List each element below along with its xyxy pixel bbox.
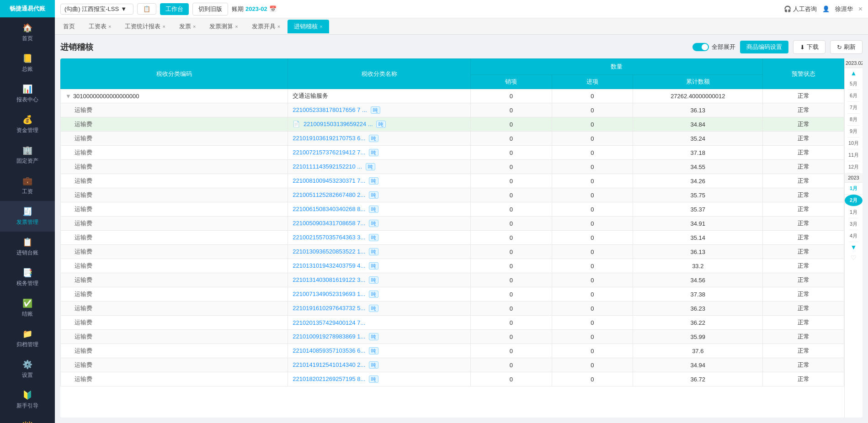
support-link[interactable]: 🎧 人工咨询 — [784, 5, 817, 13]
cal-month-prev[interactable]: 9月 — [847, 126, 860, 137]
cal-month-next[interactable]: 3月 — [849, 218, 858, 230]
cal-month-prev[interactable]: 6月 — [847, 90, 860, 102]
sidebar-label-tax: 税务管理 — [16, 280, 38, 287]
td-category: 运输费 — [61, 273, 288, 287]
tab-invoice[interactable]: 发票× — [173, 20, 202, 33]
sidebar-item-ledger[interactable]: 📒总账 — [0, 48, 55, 79]
td-invoice-code: 2210050903431708658 7... 吨 — [288, 217, 471, 231]
toggle-switch[interactable] — [692, 43, 709, 51]
sidebar-label-guide: 新手引导 — [16, 402, 38, 410]
period-display: 账期 2023-02 📅 — [232, 5, 277, 13]
settings-button[interactable]: 商品编码设置 — [740, 41, 788, 53]
tab-close-salary[interactable]: × — [108, 24, 111, 29]
td-invoice-code: 2210111143592152210 ... 吨 — [288, 160, 471, 174]
td-sale: 0 — [471, 117, 552, 132]
td-cumulative: 35.75 — [633, 188, 763, 202]
tab-invoice-calc[interactable]: 发票测算× — [203, 20, 244, 33]
sidebar-item-reports[interactable]: 📊报表中心 — [0, 79, 55, 109]
calendar-icon[interactable]: 📅 — [269, 5, 277, 12]
td-status: 正常 — [763, 132, 844, 146]
switch-old-button[interactable]: 切到旧版 — [192, 3, 228, 16]
tab-close-salary-stats[interactable]: × — [162, 24, 165, 29]
td-sale: 0 — [471, 287, 552, 301]
refresh-button[interactable]: ↻ 刷新 — [830, 40, 863, 54]
page-title: 进销稽核 — [60, 42, 692, 53]
cal-month-prev[interactable]: 10月 — [847, 137, 860, 149]
cal-nav-up[interactable]: ▲ — [849, 68, 858, 78]
td-sale: 0 — [471, 202, 552, 217]
sidebar-item-member[interactable]: 👑畅会员 — [0, 415, 55, 423]
td-cumulative: 36.22 — [633, 316, 763, 330]
tab-home[interactable]: 首页 — [57, 20, 81, 33]
td-invoice-code: 2210191036192170753 6... 吨 — [288, 132, 471, 146]
td-purchase: 0 — [552, 316, 633, 330]
sidebar-item-settle[interactable]: ✅结账 — [0, 293, 55, 323]
td-status: 正常 — [763, 330, 844, 344]
sidebar-item-tax[interactable]: 📑税务管理 — [0, 262, 55, 293]
td-purchase: 0 — [552, 301, 633, 316]
company-selector[interactable]: (勾曲) 江西报宝-LSS ▼ — [60, 4, 133, 15]
sidebar-item-fund[interactable]: 💰资金管理 — [0, 109, 55, 140]
cal-month-1[interactable]: 1月 — [845, 183, 863, 195]
cal-month-prev[interactable]: 11月 — [847, 149, 860, 161]
cal-month-next[interactable]: 1月 — [849, 206, 858, 218]
td-invoice-code: 2210051125282667480 2... 吨 — [288, 188, 471, 202]
topbar: (勾曲) 江西报宝-LSS ▼ 📋 工作台 切到旧版 账期 2023-02 📅 … — [55, 0, 868, 18]
cal-month-prev[interactable]: 12月 — [847, 161, 860, 173]
tab-close-invoice[interactable]: × — [193, 24, 196, 29]
workbench-button[interactable]: 工作台 — [160, 3, 189, 15]
td-purchase: 0 — [552, 287, 633, 301]
table-row: 运输费 2210021557035764363 3... 吨 0 0 35.14… — [61, 231, 844, 245]
td-sale: 0 — [471, 217, 552, 231]
table-wrap[interactable]: 税收分类编码 税收分类名称 数量 预警状态 销项 进项 累计数额 ▼301000… — [60, 58, 844, 418]
td-sale: 0 — [471, 160, 552, 174]
td-invoice-code: 2210052338178017656 7 ... 吨 — [288, 103, 471, 117]
cal-month-prev[interactable]: 5月 — [847, 78, 860, 90]
expand-toggle[interactable]: 全部展开 — [692, 43, 735, 51]
tab-reconcile[interactable]: 进销稽核× — [288, 20, 329, 33]
td-cumulative: 27262.40000000012 — [633, 89, 763, 103]
td-purchase: 0 — [552, 372, 633, 386]
sidebar-icon-purchase-sale: 📋 — [22, 237, 32, 247]
copy-button[interactable]: 📋 — [137, 3, 156, 15]
cal-nav-down[interactable]: ▼ — [849, 242, 858, 252]
tab-close-reconcile[interactable]: × — [320, 24, 322, 29]
cal-month-next[interactable]: 4月 — [849, 230, 858, 242]
download-button[interactable]: ⬇ 下载 — [793, 40, 825, 54]
td-status: 正常 — [763, 202, 844, 217]
th-tax-name: 税收分类名称 — [288, 59, 471, 89]
sidebar-item-home[interactable]: 🏠首页 — [0, 17, 55, 48]
cal-month-prev[interactable]: 7月 — [847, 102, 860, 114]
tab-close-invoice-open[interactable]: × — [277, 24, 280, 29]
td-cumulative: 34.84 — [633, 117, 763, 132]
cal-month-prev[interactable]: 8月 — [847, 114, 860, 126]
sidebar-item-purchase-sale[interactable]: 📋进销台账 — [0, 232, 55, 262]
sidebar-icon-guide: 🔰 — [22, 390, 32, 400]
sidebar-label-ledger: 总账 — [22, 65, 33, 73]
td-invoice-code: 2210182021269257195 8... 吨 — [288, 372, 471, 386]
tab-close-invoice-calc[interactable]: × — [235, 24, 238, 29]
td-cumulative: 37.18 — [633, 146, 763, 160]
tab-salary-stats[interactable]: 工资统计报表× — [118, 20, 171, 33]
sidebar-item-guide[interactable]: 🔰新手引导 — [0, 385, 55, 415]
tab-invoice-open[interactable]: 发票开具× — [245, 20, 287, 33]
td-sale: 0 — [471, 358, 552, 372]
sidebar-item-settings[interactable]: ⚙️设置 — [0, 354, 55, 385]
sidebar-item-invoice-mgmt[interactable]: 🧾发票管理 — [0, 201, 55, 232]
td-purchase: 0 — [552, 245, 633, 259]
table-row: 运输费 2210191610297643732 5... 吨 0 0 36.23… — [61, 301, 844, 316]
sidebar-item-salary[interactable]: 💼工资 — [0, 170, 55, 201]
td-purchase: 0 — [552, 174, 633, 188]
sidebar-item-assets[interactable]: 🏢固定资产 — [0, 140, 55, 170]
td-invoice-code: 2210131019432403759 4... 吨 — [288, 259, 471, 273]
td-sale: 0 — [471, 103, 552, 117]
td-status: 正常 — [763, 301, 844, 316]
td-invoice-code: 2210081009453230371 7... 吨 — [288, 174, 471, 188]
tab-salary[interactable]: 工资表× — [82, 20, 117, 33]
td-category: 运输费 — [61, 117, 288, 132]
sidebar-item-archive[interactable]: 📁归档管理 — [0, 323, 55, 354]
cal-month-active[interactable]: 2月 — [845, 195, 863, 206]
td-status: 正常 — [763, 89, 844, 103]
close-button[interactable]: × — [858, 5, 863, 13]
td-invoice-code: 2210131403081619122 3... 吨 — [288, 273, 471, 287]
